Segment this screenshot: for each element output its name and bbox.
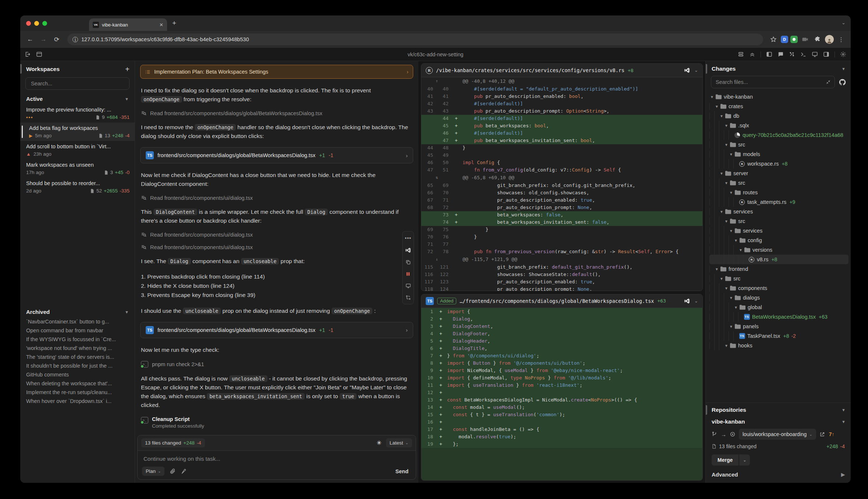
implementation-plan-banner[interactable]: Implementation Plan: Beta Workspaces Set… xyxy=(140,65,413,79)
tree-row[interactable]: Rv8.rs+8 xyxy=(709,255,848,264)
files-changed-chip[interactable]: 13 files changed +248 -4 xyxy=(141,438,205,447)
tree-row[interactable]: TSTaskPanel.tsx+8-2 xyxy=(709,331,848,341)
settings-gear-icon[interactable] xyxy=(840,51,846,57)
workspace-item[interactable]: Add scroll to bottom button in `Virt...▲… xyxy=(20,141,135,159)
archived-workspace-item[interactable]: 'workspace not found' when trying ... xyxy=(20,344,135,353)
collapse-chevron-icon[interactable]: ⌄ xyxy=(694,68,698,73)
vscode-icon[interactable] xyxy=(684,67,690,73)
target-icon[interactable] xyxy=(730,431,736,437)
sparkle-icon[interactable]: ✳ xyxy=(376,439,381,446)
tree-row[interactable]: ▼frontend xyxy=(709,264,848,274)
tree-row[interactable]: ▼models xyxy=(709,149,848,159)
merge-dropdown[interactable]: ⌄ xyxy=(739,454,750,466)
tree-row[interactable]: TSBetaWorkspacesDialog.tsx+63 xyxy=(709,312,848,322)
extension-d-icon[interactable]: D xyxy=(781,36,788,43)
latest-dropdown[interactable]: Latest ⌄ xyxy=(386,438,412,447)
workspace-item[interactable]: Should be possible to reorder...2d ago52… xyxy=(20,178,135,196)
browser-menu-icon[interactable]: ⋮ xyxy=(836,34,846,45)
branch-selector[interactable]: louis/workspace-onboarding ⌄ xyxy=(739,429,816,440)
more-options-icon[interactable]: ••• xyxy=(405,235,411,241)
expand-hunk-icon[interactable]: ↑ xyxy=(421,77,452,85)
tree-row[interactable]: ▼vibe-kanban xyxy=(709,92,848,102)
tree-row[interactable]: ▼services xyxy=(709,207,848,216)
tree-row[interactable]: ▼crates xyxy=(709,102,848,111)
archived-workspace-item[interactable]: Implement the re-run setup/cleanu... xyxy=(20,388,135,397)
tree-row[interactable]: query-70b21c5c0a2ba5c21c9c1132f14a68 xyxy=(709,130,848,140)
expand-hunk-icon[interactable]: ⇅ xyxy=(421,174,452,182)
file-change-card[interactable]: TSfrontend/src/components/dialogs/global… xyxy=(140,147,413,163)
github-icon[interactable] xyxy=(839,78,846,86)
collapse-all-icon[interactable] xyxy=(749,51,755,57)
terminal-icon[interactable] xyxy=(800,51,807,57)
archived-workspace-item[interactable]: It shouldn't be possible for just the ..… xyxy=(20,361,135,370)
copy-icon[interactable] xyxy=(405,259,411,265)
tree-row[interactable]: ▼versions xyxy=(709,245,848,255)
attachment-icon[interactable] xyxy=(170,468,176,474)
forward-button[interactable]: → xyxy=(38,34,49,45)
merge-button[interactable]: Merge xyxy=(712,454,738,466)
external-link-icon[interactable] xyxy=(819,432,825,437)
file-search-input[interactable] xyxy=(715,79,823,85)
tree-row[interactable]: ▼global xyxy=(709,302,848,312)
chevron-down-icon[interactable]: ▼ xyxy=(842,67,846,71)
edit-pen-icon[interactable] xyxy=(181,468,187,474)
script-status-row[interactable]: >_Cleanup ScriptCompleted successfully xyxy=(141,416,412,429)
workspace-item[interactable]: Add beta flag for workspaces▶5m ago13+24… xyxy=(20,123,135,141)
vscode-icon[interactable] xyxy=(684,298,690,304)
message-input[interactable] xyxy=(143,455,411,462)
terminal-command-row[interactable]: >_pnpm run check 2>&1 xyxy=(141,361,412,368)
tree-row[interactable]: ▼routes xyxy=(709,188,848,197)
browser-tab[interactable]: VK vibe-kanban ✕ xyxy=(89,18,167,31)
workspace-search[interactable] xyxy=(25,77,130,90)
git-graph-icon[interactable] xyxy=(789,51,795,57)
chat-bubble-icon[interactable] xyxy=(777,51,784,57)
tool-read-row[interactable]: Read frontend/src/components/ui/dialog.t… xyxy=(141,244,412,250)
omnibox[interactable]: i 127.0.0.1:57095/workspaces/c63c9fd6-df… xyxy=(67,33,763,45)
tree-row[interactable]: ▼panels xyxy=(709,322,848,331)
tree-row[interactable]: ▼db xyxy=(709,111,848,121)
tab-close-icon[interactable]: ✕ xyxy=(159,22,163,28)
monitor-icon[interactable] xyxy=(812,51,818,57)
archived-workspace-item[interactable]: When deleting the workspace that'... xyxy=(20,379,135,388)
tree-row[interactable]: ▼services xyxy=(709,226,848,236)
repo-name-row[interactable]: vibe-kanban ▼ xyxy=(706,416,851,427)
vscode-icon[interactable] xyxy=(405,247,411,253)
site-info-icon[interactable]: i xyxy=(72,37,78,42)
archived-workspace-item[interactable]: The 'starting' state of dev servers is..… xyxy=(20,353,135,361)
archive-tray-icon[interactable] xyxy=(36,51,42,57)
bookmark-star-icon[interactable] xyxy=(768,34,779,45)
advanced-row[interactable]: Advanced ▶ xyxy=(706,467,851,479)
archived-section-header[interactable]: Archived ▼ xyxy=(20,307,135,317)
tool-read-row[interactable]: Read frontend/src/components/ui/dialog.t… xyxy=(141,195,412,201)
panel-right-icon[interactable] xyxy=(823,51,829,57)
collapse-chevron-icon[interactable]: ⌄ xyxy=(694,298,698,304)
tree-row[interactable]: ▼hooks xyxy=(709,341,848,350)
archived-workspace-item[interactable]: GitHub comments xyxy=(20,370,135,379)
extension-green-icon[interactable] xyxy=(790,36,798,43)
tree-row[interactable]: ▼src xyxy=(709,216,848,226)
tab-search-icon[interactable]: ⌄ xyxy=(842,20,846,25)
window-controls[interactable] xyxy=(26,21,47,26)
tree-row[interactable]: ▼config xyxy=(709,236,848,245)
workspace-item[interactable]: Mark workspaces as unseen17h ago3+45-0 xyxy=(20,159,135,178)
file-search[interactable] xyxy=(711,76,835,88)
workspace-search-input[interactable] xyxy=(30,80,125,87)
tree-row[interactable]: ▼.sqlx xyxy=(709,121,848,130)
expand-hunk-icon[interactable]: ↓ xyxy=(421,255,452,263)
profile-avatar[interactable] xyxy=(825,35,834,44)
hunk-header[interactable]: ↓@@ -115,7 +121,9 @@ xyxy=(421,255,702,263)
close-window-button[interactable] xyxy=(26,21,31,26)
tree-row[interactable]: ▼dialogs xyxy=(709,293,848,302)
extensions-puzzle-icon[interactable] xyxy=(812,34,823,45)
tool-read-row[interactable]: Read frontend/src/components/dialogs/glo… xyxy=(141,110,412,116)
tree-row[interactable]: ▼src xyxy=(709,274,848,283)
tree-row[interactable]: ▼src xyxy=(709,178,848,188)
tree-row[interactable]: ▼server xyxy=(709,169,848,178)
collapse-tree-icon[interactable] xyxy=(826,79,831,85)
file-change-card[interactable]: TSfrontend/src/components/dialogs/global… xyxy=(140,322,413,338)
tree-row[interactable]: Rworkspace.rs+8 xyxy=(709,159,848,169)
back-button[interactable]: ← xyxy=(25,34,36,45)
new-tab-button[interactable]: + xyxy=(172,19,176,27)
workspace-item[interactable]: Improve the preview functionality: ...••… xyxy=(20,104,135,123)
reload-button[interactable]: ⟳ xyxy=(51,34,62,45)
